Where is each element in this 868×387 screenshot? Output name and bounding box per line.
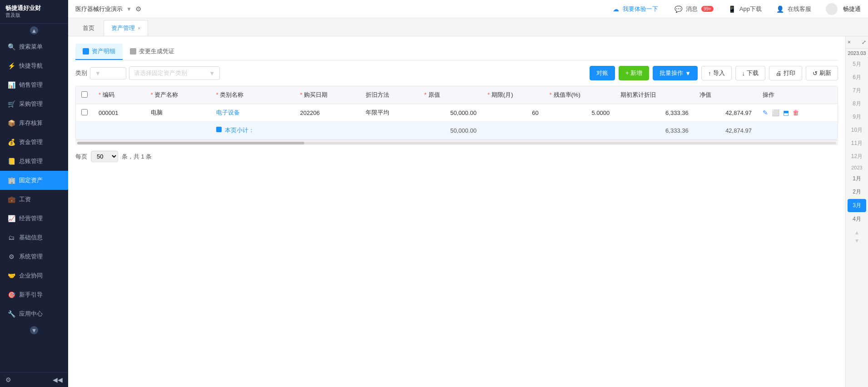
- toolbar-left: 类别 ▼ 请选择固定资产类别 ▼: [75, 66, 220, 80]
- experience-text[interactable]: 我要体验一下: [623, 5, 658, 13]
- company-dropdown-icon[interactable]: ▼: [126, 6, 132, 12]
- month-10[interactable]: 10月: [846, 124, 868, 137]
- subtotal-icon: [216, 127, 222, 132]
- new-button[interactable]: + 新增: [619, 66, 649, 80]
- table-row: 000001 电脑 电子设备 202206 年限平均 50,000.00 60 …: [76, 104, 838, 122]
- per-page-select[interactable]: 50 100 200: [91, 151, 118, 162]
- scroll-down-arrow[interactable]: ▼: [30, 326, 38, 334]
- more-icon[interactable]: ⬒: [783, 109, 789, 116]
- reconcile-button[interactable]: 对账: [590, 66, 615, 80]
- right-panel-close-icon[interactable]: ×: [848, 39, 851, 45]
- row-checkbox[interactable]: [81, 109, 88, 115]
- filter-category-dropdown[interactable]: 请选择固定资产类别 ▼: [129, 66, 220, 80]
- tab-home[interactable]: 首页: [75, 20, 102, 36]
- year-display: 2023.03: [848, 49, 866, 58]
- month-6[interactable]: 6月: [846, 71, 868, 84]
- sidebar-item-collab[interactable]: 🤝 企业协同: [0, 266, 68, 285]
- scroll-up-arrow[interactable]: ▲: [30, 26, 38, 35]
- sidebar-item-inventory[interactable]: 📦 库存核算: [0, 114, 68, 133]
- tab-asset-management[interactable]: 资产管理 ×: [104, 20, 148, 36]
- sidebar-item-label: 经营管理: [19, 214, 43, 223]
- sidebar-item-search[interactable]: 🔍 搜索菜单: [0, 37, 68, 56]
- settings-icon[interactable]: ⚙: [5, 376, 11, 383]
- sidebar-item-purchase[interactable]: 🛒 采购管理: [0, 94, 68, 114]
- cell-code: 000001: [93, 104, 145, 122]
- month-9[interactable]: 9月: [846, 110, 868, 124]
- month-1-2023[interactable]: 1月: [846, 172, 868, 185]
- sidebar-item-quick-nav[interactable]: ⚡ 快捷导航: [0, 56, 68, 75]
- month-2-2023[interactable]: 2月: [846, 185, 868, 198]
- col-header-depreciation-method: 折旧方法: [360, 86, 419, 104]
- sidebar-item-basic-info[interactable]: 🗂 基础信息: [0, 228, 68, 247]
- sidebar-item-label: 基础信息: [19, 233, 43, 242]
- month-8[interactable]: 8月: [846, 97, 868, 110]
- print-button[interactable]: 🖨 打印: [769, 66, 802, 80]
- scrollbar-track: [77, 142, 836, 144]
- sidebar-item-fixed-assets[interactable]: 🏢 固定资产: [0, 171, 68, 190]
- system-icon: ⚙: [7, 253, 15, 261]
- col-header-accumulated-depreciation: 期初累计折旧: [615, 86, 694, 104]
- filter-category-select[interactable]: ▼: [90, 67, 126, 79]
- sidebar-item-ledger[interactable]: 📒 总账管理: [0, 152, 68, 171]
- batch-ops-button[interactable]: 批量操作 ▼: [653, 66, 698, 80]
- edit-icon[interactable]: ✎: [763, 109, 768, 116]
- collapse-icon[interactable]: ◀◀: [53, 376, 63, 383]
- month-7[interactable]: 7月: [846, 84, 868, 97]
- app-download-label[interactable]: App下载: [739, 5, 762, 13]
- month-4-2023[interactable]: 4月: [846, 213, 868, 226]
- online-service-label[interactable]: 在线客服: [788, 5, 811, 13]
- basic-info-icon: 🗂: [7, 233, 15, 242]
- content-area: 资产明细 变更生成凭证 类别 ▼ 请选择固定资产类别: [68, 36, 868, 387]
- select-all-checkbox[interactable]: [81, 91, 88, 98]
- col-header-salvage-rate: 残值率(%): [544, 86, 615, 104]
- scrollbar-thumb[interactable]: [77, 142, 304, 144]
- sidebar-item-operation[interactable]: 📈 经营管理: [0, 209, 68, 228]
- toolbar: 类别 ▼ 请选择固定资产类别 ▼ 对账: [75, 66, 838, 80]
- year-2023-label: 2023: [851, 163, 862, 172]
- settings-gear-icon[interactable]: ⚙: [135, 5, 141, 13]
- month-12[interactable]: 12月: [846, 150, 868, 163]
- chevron-up-icon[interactable]: ▲: [854, 229, 860, 236]
- sidebar-item-label: 固定资产: [19, 176, 43, 184]
- sidebar-item-label: 资金管理: [19, 138, 43, 146]
- import-button[interactable]: ↑ 导入: [701, 66, 732, 80]
- month-3-current[interactable]: 3月: [848, 199, 866, 212]
- sidebar-item-system[interactable]: ⚙ 系统管理: [0, 247, 68, 266]
- per-page-label: 每页: [75, 153, 87, 161]
- cell-accumulated-depreciation: 6,333.36: [615, 104, 694, 122]
- sidebar-item-label: 销售管理: [19, 81, 43, 89]
- sub-tab-change-voucher[interactable]: 变更生成凭证: [123, 44, 182, 60]
- asset-tab-label: 资产管理: [111, 24, 135, 32]
- col-header-purchase-date: 购买日期: [295, 86, 360, 104]
- message-label[interactable]: 消息: [686, 5, 698, 13]
- horizontal-scrollbar[interactable]: [75, 140, 838, 145]
- sidebar-item-newbie[interactable]: 🎯 新手引导: [0, 285, 68, 304]
- chevron-down-icon[interactable]: ▼: [854, 238, 860, 244]
- sidebar-item-label: 采购管理: [19, 100, 43, 108]
- right-panel-expand-icon[interactable]: ⤢: [862, 39, 866, 45]
- copy-icon[interactable]: ⬜: [772, 109, 779, 116]
- username-label[interactable]: 畅捷通: [843, 5, 861, 13]
- month-5[interactable]: 5月: [846, 58, 868, 71]
- tab-close-icon[interactable]: ×: [138, 25, 140, 31]
- action-icons: ✎ ⬜ ⬒ 🗑: [763, 109, 832, 116]
- inventory-icon: 📦: [7, 119, 15, 127]
- download-button[interactable]: ↓ 下载: [735, 66, 766, 80]
- sub-tab-asset-detail[interactable]: 资产明细: [75, 44, 123, 60]
- tabbar: 首页 资产管理 ×: [68, 18, 868, 36]
- avatar[interactable]: [826, 3, 838, 15]
- sidebar-item-app-center[interactable]: 🔧 应用中心: [0, 304, 68, 323]
- subtotal-net-value: 42,874.97: [694, 122, 757, 139]
- sidebar-item-salary[interactable]: 💼 工资: [0, 190, 68, 209]
- main-area: 医疗器械行业演示 ▼ ⚙ ☁ 我要体验一下 💬 消息 99+ 📱 App下载 👤…: [68, 0, 868, 387]
- ledger-icon: 📒: [7, 157, 15, 165]
- logo-sub: 普及版: [5, 12, 41, 19]
- sidebar-item-sales[interactable]: 📊 销售管理: [0, 75, 68, 94]
- refresh-button[interactable]: ↺ 刷新: [806, 66, 838, 80]
- cell-category: 电子设备: [211, 104, 295, 122]
- quick-nav-icon: ⚡: [7, 62, 15, 70]
- delete-icon[interactable]: 🗑: [793, 109, 799, 116]
- message-icon[interactable]: 💬: [675, 5, 682, 13]
- sidebar-item-fund[interactable]: 💰 资金管理: [0, 133, 68, 152]
- month-11[interactable]: 11月: [846, 137, 868, 150]
